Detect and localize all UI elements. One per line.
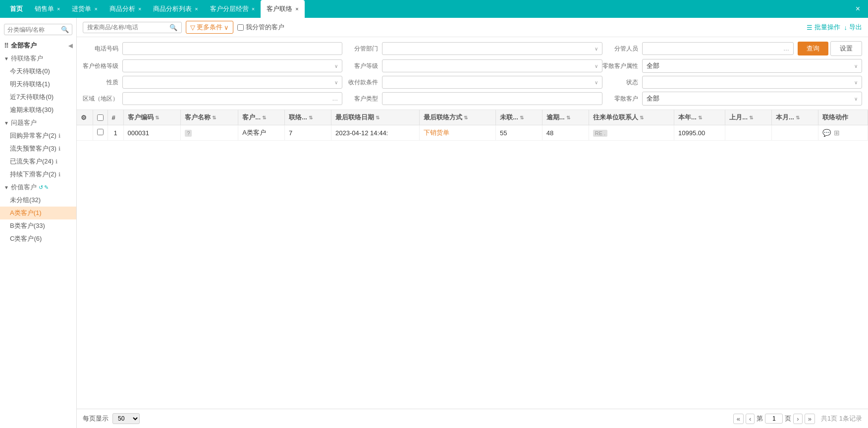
main-search-input[interactable] <box>87 24 169 31</box>
page-number-input[interactable] <box>765 414 783 424</box>
close-sales-tab[interactable]: × <box>57 6 60 12</box>
nature-input[interactable]: ∨ <box>122 76 342 89</box>
sidebar-group-pending-contact[interactable]: ▼ 待联络客户 <box>0 52 76 65</box>
page-size-select[interactable]: 50 100 200 <box>112 413 140 424</box>
col-action: 联络动作 <box>818 110 868 125</box>
next-page-button[interactable]: › <box>793 414 802 424</box>
close-product-analysis-tab[interactable]: × <box>138 6 141 12</box>
last-method-link[interactable]: 下销货单 <box>424 129 449 136</box>
row-name-cell[interactable]: ? <box>181 125 238 141</box>
retail-attr-input[interactable]: 全部 ∨ <box>642 59 862 73</box>
filter-cell-customer-level: 客户等级 ∨ <box>342 59 602 72</box>
table-header-row: ⚙ # 客户编码 ⇅ <box>77 110 868 125</box>
col-overdue[interactable]: 逾期... ⇅ <box>542 110 589 125</box>
price-level-arrow: ∨ <box>334 63 338 69</box>
col-customer-type[interactable]: 客户... ⇅ <box>238 110 285 125</box>
retail-customer-input[interactable]: 全部 ∨ <box>642 92 862 106</box>
sidebar-item-ungrouped[interactable]: 未分组(32) <box>0 194 76 207</box>
edit-icon[interactable]: ✎ <box>44 184 49 191</box>
col-settings[interactable]: ⚙ <box>77 110 93 125</box>
nav-customer-tier[interactable]: 客户分层经营 × <box>204 0 261 18</box>
main-search-box[interactable]: 🔍 <box>83 22 182 33</box>
row-code-cell[interactable]: 000031 <box>123 125 181 141</box>
arrow-down-icon-3: ▼ <box>4 185 9 190</box>
col-contacts-person[interactable]: 往来单位联系人 ⇅ <box>589 110 674 125</box>
status-input[interactable]: ∨ <box>642 76 862 89</box>
col-last-month[interactable]: 上月... ⇅ <box>725 110 772 125</box>
col-this-month[interactable]: 本月... ⇅ <box>772 110 818 125</box>
message-action-icon[interactable]: 💬 <box>822 129 831 137</box>
last-page-button[interactable]: » <box>805 414 815 424</box>
customer-type-input[interactable] <box>382 92 602 105</box>
qr-action-icon[interactable]: ⊞ <box>834 129 840 137</box>
region-more-icon: … <box>332 95 338 102</box>
nav-product-analysis-list[interactable]: 商品分析列表 × <box>147 0 204 18</box>
query-button[interactable]: 查询 <box>798 42 828 55</box>
sidebar-group-problem-customers[interactable]: ▼ 问题客户 <box>0 116 76 129</box>
first-page-button[interactable]: « <box>733 414 744 424</box>
refresh-icon[interactable]: ↺ <box>39 184 43 191</box>
info-icon-2: ℹ <box>58 146 60 152</box>
close-customer-contact-tab[interactable]: × <box>295 6 298 12</box>
dept-input[interactable]: ∨ <box>382 42 602 55</box>
nav-sales[interactable]: 销售单 × <box>29 0 66 18</box>
info-icon-3: ℹ <box>55 159 57 165</box>
sidebar-item-declining[interactable]: 持续下滑客户(2) ℹ <box>0 168 76 181</box>
row-checkbox-cell[interactable] <box>93 125 108 141</box>
price-level-input[interactable]: ∨ <box>122 59 342 72</box>
row-contacts-person-cell: RE . <box>589 125 674 141</box>
my-customers-checkbox-group[interactable]: 我分管的客户 <box>237 23 284 32</box>
sidebar-item-churned[interactable]: 已流失客户(24) ℹ <box>0 155 76 168</box>
export-button[interactable]: ↓ 导出 <box>844 23 863 32</box>
close-product-analysis-list-tab[interactable]: × <box>195 6 198 12</box>
content-area: 🔍 ▽ 更多条件 ∨ 我分管的客户 ☰ 批量操作 ↓ 导出 <box>77 18 868 428</box>
sidebar-item-7days-pending[interactable]: 近7天待联络(0) <box>0 91 76 104</box>
sidebar-item-class-b[interactable]: B类客户(33) <box>0 219 76 232</box>
sidebar-search-icon: 🔍 <box>61 26 69 33</box>
row-last-method-cell[interactable]: 下销货单 <box>420 125 495 141</box>
col-year-amount[interactable]: 本年... ⇅ <box>674 110 725 125</box>
filter-cell-dept: 分管部门 ∨ <box>342 42 602 55</box>
sidebar-item-tomorrow-pending[interactable]: 明天待联络(1) <box>0 78 76 91</box>
sort-icon-thismonth: ⇅ <box>796 115 800 120</box>
col-contact-count[interactable]: 联络... ⇅ <box>285 110 331 125</box>
select-all-checkbox[interactable] <box>97 114 104 121</box>
col-checkbox[interactable] <box>93 110 108 125</box>
export-icon: ↓ <box>844 24 848 31</box>
sidebar-item-abnormal-repurchase[interactable]: 回购异常客户(2) ℹ <box>0 129 76 142</box>
sort-icon-person: ⇅ <box>640 115 644 120</box>
col-last-contact-date[interactable]: 最后联络日期 ⇅ <box>331 110 420 125</box>
sidebar-item-class-a[interactable]: A类客户(1) <box>0 207 76 219</box>
phone-input[interactable] <box>122 42 342 55</box>
close-purchase-tab[interactable]: × <box>94 6 97 12</box>
sidebar-item-overdue-contact[interactable]: 逾期未联络(30) <box>0 104 76 116</box>
customer-level-input[interactable]: ∨ <box>382 59 602 72</box>
window-close-button[interactable]: × <box>852 4 864 13</box>
col-customer-code[interactable]: 客户编码 ⇅ <box>123 110 181 125</box>
sidebar-search-box[interactable]: 🔍 <box>4 24 72 35</box>
sidebar-search-input[interactable] <box>7 26 61 33</box>
col-last-contact-method[interactable]: 最后联络方式 ⇅ <box>420 110 495 125</box>
nav-purchase[interactable]: 进货单 × <box>66 0 103 18</box>
nav-customer-contact[interactable]: 客户联络 × <box>261 0 304 18</box>
region-input[interactable]: … <box>122 92 342 105</box>
payment-input[interactable]: ∨ <box>382 76 602 89</box>
setting-button[interactable]: 设置 <box>830 41 862 56</box>
sidebar-group-value-customers[interactable]: ▼ 价值客户 ↺ ✎ <box>0 181 76 194</box>
sidebar-item-churn-warning[interactable]: 流失预警客户(3) ℹ <box>0 142 76 155</box>
nav-home[interactable]: 首页 <box>4 0 29 18</box>
sidebar-item-today-pending[interactable]: 今天待联络(0) <box>0 65 76 78</box>
collapse-icon: ◀ <box>68 43 72 49</box>
nav-product-analysis[interactable]: 商品分析 × <box>104 0 147 18</box>
sidebar-item-class-c[interactable]: C类客户(6) <box>0 232 76 245</box>
prev-page-button[interactable]: ‹ <box>746 414 755 424</box>
more-conditions-button[interactable]: ▽ 更多条件 ∨ <box>186 21 233 34</box>
sidebar-all-customers[interactable]: ⠿ 全部客户 ◀ <box>0 39 76 52</box>
row-checkbox-1[interactable] <box>97 129 104 135</box>
close-customer-tier-tab[interactable]: × <box>252 6 255 12</box>
batch-ops-button[interactable]: ☰ 批量操作 <box>807 23 840 32</box>
col-no-contact[interactable]: 未联... ⇅ <box>495 110 542 125</box>
col-customer-name[interactable]: 客户名称 ⇅ <box>181 110 238 125</box>
my-customers-checkbox[interactable] <box>237 24 244 31</box>
staff-input[interactable]: … <box>642 42 794 55</box>
